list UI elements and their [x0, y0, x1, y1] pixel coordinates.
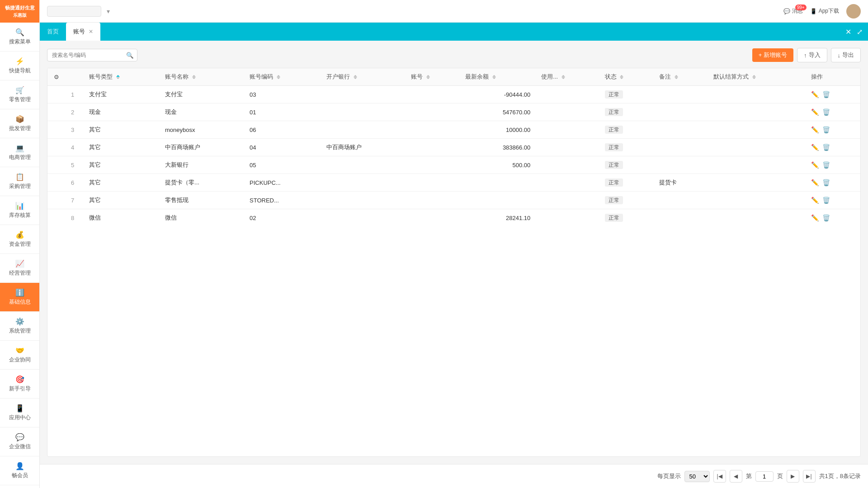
- row-acctno-7: [406, 209, 460, 227]
- sidebar-item-6[interactable]: 📊库存核算: [0, 196, 39, 225]
- tab-account-close[interactable]: ✕: [89, 28, 93, 35]
- sidebar-item-14[interactable]: 💬企业微信: [0, 427, 39, 456]
- sidebar-item-0[interactable]: 🔍搜索菜单: [0, 23, 39, 52]
- new-account-button[interactable]: + 新增账号: [752, 48, 793, 62]
- message-button[interactable]: 💬 消息 99+: [783, 7, 803, 15]
- row-acctno-5: [406, 174, 460, 192]
- header-search-input[interactable]: [47, 6, 101, 17]
- edit-button-3[interactable]: ✏️: [811, 144, 819, 151]
- edit-button-2[interactable]: ✏️: [811, 126, 819, 133]
- row-settlement-7: [708, 209, 806, 227]
- page-first-button[interactable]: |◀: [713, 470, 726, 483]
- row-type-3: 其它: [84, 139, 160, 156]
- row-code-4: 05: [244, 156, 321, 174]
- delete-button-0[interactable]: 🗑️: [822, 91, 830, 98]
- header-left: ▾: [47, 6, 110, 17]
- col-account-name[interactable]: 账号名称: [160, 68, 244, 86]
- status-badge-1: 正常: [605, 108, 623, 116]
- sidebar-item-11[interactable]: 🤝企业协同: [0, 341, 39, 370]
- sidebar-item-1[interactable]: ⚡快捷导航: [0, 52, 39, 80]
- sidebar-item-9[interactable]: ℹ️基础信息: [0, 283, 39, 312]
- col-account-type[interactable]: 账号类型: [84, 68, 160, 86]
- search-input[interactable]: [47, 49, 137, 61]
- sidebar-item-label-15: 畅会员: [12, 472, 28, 479]
- col-balance[interactable]: 最新余额: [460, 68, 536, 86]
- row-num-5: 6: [66, 174, 84, 192]
- dropdown-icon[interactable]: ▾: [107, 8, 110, 15]
- delete-button-2[interactable]: 🗑️: [822, 126, 830, 133]
- row-num-7: 8: [66, 209, 84, 227]
- delete-button-7[interactable]: 🗑️: [822, 214, 830, 221]
- data-table-wrap: ⚙ 账号类型 账号名称: [47, 68, 861, 457]
- sidebar-item-label-2: 零售管理: [9, 96, 31, 103]
- sidebar-item-5[interactable]: 📋采购管理: [0, 167, 39, 196]
- row-code-0: 03: [244, 86, 321, 103]
- status-badge-4: 正常: [605, 161, 623, 169]
- row-status-4: 正常: [599, 156, 654, 174]
- row-status-5: 正常: [599, 174, 654, 192]
- search-button[interactable]: 🔍: [126, 52, 134, 59]
- col-settings[interactable]: ⚙: [47, 68, 66, 86]
- col-status[interactable]: 状态: [599, 68, 654, 86]
- edit-button-1[interactable]: ✏️: [811, 108, 819, 116]
- edit-button-0[interactable]: ✏️: [811, 91, 819, 98]
- col-account-no[interactable]: 账号: [406, 68, 460, 86]
- row-usage-7: [536, 209, 599, 227]
- sidebar-item-2[interactable]: 🛒零售管理: [0, 80, 39, 109]
- delete-button-5[interactable]: 🗑️: [822, 179, 830, 186]
- app-logo: 畅捷通好生意 乐惠版: [0, 0, 39, 23]
- row-code-3: 04: [244, 139, 321, 156]
- sidebar-item-icon-10: ⚙️: [15, 317, 24, 326]
- sidebar-item-15[interactable]: 👤畅会员: [0, 456, 39, 485]
- col-usage[interactable]: 使用...: [536, 68, 599, 86]
- table-row: 2 现金 现金 01 547670.00 正常 ✏️ 🗑️: [47, 103, 860, 121]
- export-button[interactable]: ↓ 导出: [831, 48, 861, 62]
- col-default-settlement[interactable]: 默认结算方式: [708, 68, 806, 86]
- col-remark[interactable]: 备注: [654, 68, 708, 86]
- sidebar-item-13[interactable]: 📱应用中心: [0, 399, 39, 427]
- page-next-button[interactable]: ▶: [787, 470, 799, 483]
- col-account-code[interactable]: 账号编码: [244, 68, 321, 86]
- app-download-button[interactable]: 📱 App下载: [810, 7, 839, 15]
- data-table: ⚙ 账号类型 账号名称: [47, 68, 860, 226]
- sidebar-item-10[interactable]: ⚙️系统管理: [0, 312, 39, 341]
- tab-home[interactable]: 首页: [40, 23, 66, 41]
- sidebar-nav: 🔍搜索菜单⚡快捷导航🛒零售管理📦批发管理💻电商管理📋采购管理📊库存核算💰资金管理…: [0, 23, 39, 485]
- edit-button-5[interactable]: ✏️: [811, 179, 819, 186]
- page-number-input[interactable]: [755, 471, 774, 482]
- sidebar-item-12[interactable]: 🎯新手引导: [0, 370, 39, 399]
- tab-account[interactable]: 账号 ✕: [66, 23, 100, 41]
- edit-button-6[interactable]: ✏️: [811, 197, 819, 204]
- status-badge-7: 正常: [605, 214, 623, 222]
- row-code-5: PICKUPC...: [244, 174, 321, 192]
- page-size-select[interactable]: 50 20 100: [684, 471, 710, 482]
- tab-close-all-icon[interactable]: ✕: [844, 26, 853, 38]
- row-usage-6: [536, 192, 599, 209]
- delete-button-3[interactable]: 🗑️: [822, 144, 830, 151]
- col-bank[interactable]: 开户银行: [321, 68, 406, 86]
- sidebar-item-3[interactable]: 📦批发管理: [0, 109, 39, 138]
- sidebar-item-7[interactable]: 💰资金管理: [0, 225, 39, 254]
- sort-icon-code: [277, 75, 280, 79]
- delete-button-6[interactable]: 🗑️: [822, 197, 830, 204]
- edit-button-4[interactable]: ✏️: [811, 161, 819, 169]
- tab-expand-icon[interactable]: ⤢: [855, 26, 864, 38]
- row-acctno-2: [406, 121, 460, 139]
- row-status-0: 正常: [599, 86, 654, 103]
- page-prev-button[interactable]: ◀: [730, 470, 742, 483]
- main-area: ▾ 💬 消息 99+ 📱 App下载 首页 账号 ✕ ✕ ⤢: [40, 0, 868, 488]
- row-status-3: 正常: [599, 139, 654, 156]
- row-name-0: 支付宝: [160, 86, 244, 103]
- row-balance-6: [460, 192, 536, 209]
- edit-button-7[interactable]: ✏️: [811, 214, 819, 221]
- message-badge: 99+: [795, 5, 807, 10]
- delete-button-1[interactable]: 🗑️: [822, 108, 830, 116]
- sidebar-item-4[interactable]: 💻电商管理: [0, 138, 39, 167]
- import-button[interactable]: ↑ 导入: [797, 48, 827, 62]
- sidebar-item-label-13: 应用中心: [9, 414, 31, 422]
- row-settlement-0: [708, 86, 806, 103]
- user-avatar[interactable]: [846, 4, 861, 19]
- sidebar-item-8[interactable]: 📈经营管理: [0, 254, 39, 283]
- page-last-button[interactable]: ▶|: [803, 470, 816, 483]
- delete-button-4[interactable]: 🗑️: [822, 161, 830, 169]
